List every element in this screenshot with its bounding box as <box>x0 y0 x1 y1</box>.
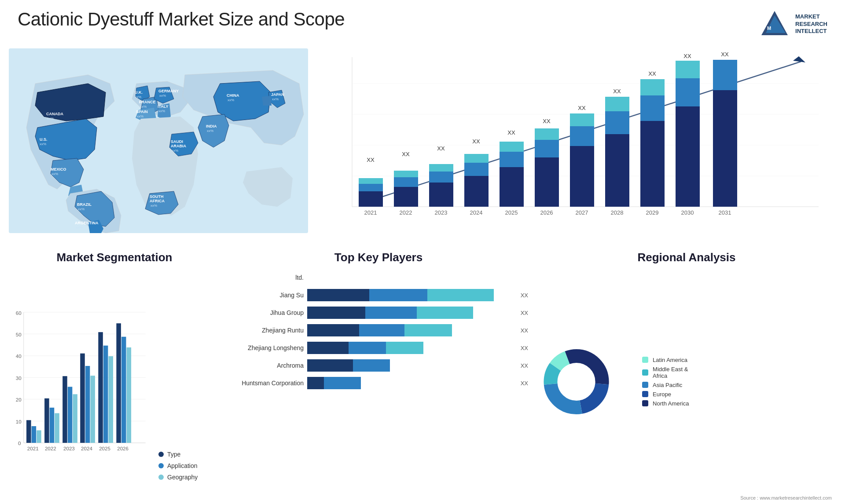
svg-text:2021: 2021 <box>364 209 377 216</box>
svg-rect-117 <box>90 376 95 443</box>
player-bar <box>307 324 514 336</box>
player-xx: XX <box>521 362 528 369</box>
svg-text:xx%: xx% <box>207 129 213 133</box>
svg-rect-51 <box>500 152 524 167</box>
label-italy: ITALY <box>158 104 169 109</box>
bar-mid <box>359 324 405 336</box>
bar-light <box>417 307 473 319</box>
svg-rect-122 <box>121 337 126 443</box>
svg-text:2023: 2023 <box>63 446 75 451</box>
svg-text:xx%: xx% <box>272 97 279 101</box>
svg-rect-62 <box>570 113 594 126</box>
svg-rect-114 <box>73 394 77 443</box>
svg-text:2025: 2025 <box>505 209 518 216</box>
svg-rect-42 <box>429 164 453 172</box>
legend-europe-color <box>642 391 648 397</box>
label-saudi: SAUDI <box>171 139 183 144</box>
players-list: ltd. Jiang Su XX Jihua Group XX Z <box>229 271 528 389</box>
svg-rect-116 <box>85 366 90 443</box>
label-brazil: BRAZIL <box>77 202 92 207</box>
svg-text:20: 20 <box>16 397 22 402</box>
svg-text:M: M <box>767 26 771 31</box>
svg-rect-111 <box>55 413 59 443</box>
svg-rect-31 <box>359 184 383 191</box>
svg-text:xx%: xx% <box>228 98 234 102</box>
player-bar <box>307 271 528 284</box>
legend-na-label: North America <box>653 400 689 407</box>
bar-light <box>386 342 423 354</box>
svg-text:xx%: xx% <box>159 94 166 98</box>
svg-rect-109 <box>44 398 49 443</box>
svg-text:2022: 2022 <box>400 209 412 216</box>
player-name: ltd. <box>229 274 304 281</box>
svg-text:50: 50 <box>16 332 22 337</box>
player-xx: XX <box>521 380 528 387</box>
svg-rect-80 <box>713 90 737 207</box>
svg-rect-106 <box>26 420 31 443</box>
player-name: Archroma <box>229 362 304 369</box>
player-name: Jiang Su <box>229 292 304 299</box>
svg-text:2026: 2026 <box>117 446 129 451</box>
label-germany: GERMANY <box>158 89 179 93</box>
player-name: Zhejiang Runtu <box>229 327 304 334</box>
svg-rect-75 <box>676 106 700 207</box>
label-india: INDIA <box>206 124 217 128</box>
svg-rect-77 <box>676 61 700 78</box>
map-section: CANADA xx% U.S. xx% MEXICO xx% BRAZIL xx… <box>9 48 308 233</box>
svg-rect-72 <box>640 79 665 95</box>
svg-text:XX: XX <box>402 151 410 157</box>
seg-bars-svg: 0 10 20 30 40 50 60 2021 2022 <box>9 271 148 494</box>
source-text: Source : www.marketresearchintellect.com <box>740 495 832 500</box>
legend-apac-color <box>642 382 648 388</box>
svg-rect-45 <box>464 176 489 207</box>
bar-dark <box>307 324 359 336</box>
list-item: Archroma XX <box>229 359 528 372</box>
svg-text:2022: 2022 <box>45 446 56 451</box>
bar-light <box>427 289 494 301</box>
svg-text:AFRICA: AFRICA <box>150 199 165 203</box>
svg-text:10: 10 <box>16 419 22 424</box>
svg-rect-112 <box>62 376 67 443</box>
svg-text:XX: XX <box>683 53 691 59</box>
svg-rect-57 <box>535 128 559 140</box>
legend-apac: Asia Pacific <box>642 382 836 388</box>
legend-latin: Latin America <box>642 357 836 363</box>
segmentation-title: Market Segmentation <box>9 251 220 264</box>
bar-mid <box>353 359 390 372</box>
svg-rect-56 <box>535 140 559 157</box>
legend-mea-label: Middle East &Africa <box>653 366 688 379</box>
svg-rect-113 <box>68 387 73 442</box>
player-bar <box>307 307 514 319</box>
svg-rect-66 <box>605 111 629 134</box>
list-item: Jihua Group XX <box>229 307 528 319</box>
svg-text:xx%: xx% <box>76 226 82 230</box>
svg-marker-29 <box>793 56 805 62</box>
svg-text:XX: XX <box>721 51 729 58</box>
regional-title: Regional Analysis <box>537 251 836 264</box>
legend-geography-dot <box>158 475 164 480</box>
svg-text:xx%: xx% <box>137 114 143 118</box>
bar-dark <box>307 307 365 319</box>
svg-text:XX: XX <box>648 70 656 77</box>
svg-text:2024: 2024 <box>470 209 483 216</box>
legend-type: Type <box>158 451 220 458</box>
label-japan: JAPAN <box>271 92 284 97</box>
svg-text:xx%: xx% <box>40 142 46 146</box>
legend-latin-color <box>642 357 648 363</box>
svg-rect-67 <box>605 97 629 111</box>
svg-rect-35 <box>394 187 418 207</box>
svg-text:xx%: xx% <box>158 109 165 113</box>
svg-text:2025: 2025 <box>99 446 110 451</box>
legend-na: North America <box>642 400 836 407</box>
player-bar <box>307 359 514 372</box>
player-name: Jihua Group <box>229 309 304 316</box>
bar-dark <box>307 359 353 372</box>
svg-rect-76 <box>676 78 700 106</box>
growth-chart-section: XX 2021 XX 2022 XX 2023 XX 2024 XX 2025 … <box>317 48 836 233</box>
svg-text:2021: 2021 <box>27 446 39 451</box>
svg-rect-70 <box>640 121 665 207</box>
svg-rect-55 <box>535 157 559 207</box>
svg-text:40: 40 <box>16 354 22 359</box>
page-title: Cationic Dyestuff Market Size and Scope <box>18 9 345 30</box>
label-us: U.S. <box>40 137 48 142</box>
